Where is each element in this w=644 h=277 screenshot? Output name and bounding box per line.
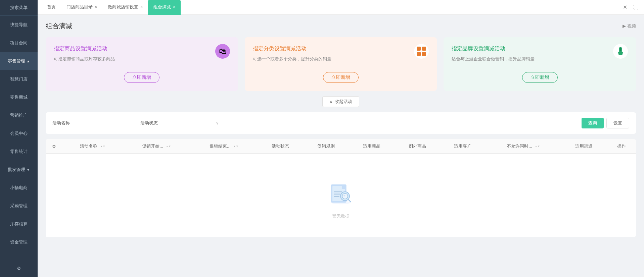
sidebar-item-quick-nav[interactable]: 快捷导航 <box>0 16 38 34</box>
th-applicable-customer: 适用客户 <box>440 139 486 154</box>
svg-point-15 <box>343 195 345 197</box>
main-area: 首页 门店商品目录 × 微商城店铺设置 × 组合满减 × ✕ ⛶ 组合满减 ▶ … <box>38 0 644 277</box>
svg-rect-1 <box>422 47 426 51</box>
brand-card-icon <box>613 44 628 59</box>
category-card-desc: 可选一个或者多个分类，提升分类的销量 <box>253 56 429 67</box>
product-card-desc: 可指定滞销商品或库存较多商品 <box>54 56 230 67</box>
sort-icons-concurrent[interactable]: ▲▼ <box>535 145 540 148</box>
chevron-up-icon: ▲ <box>27 59 30 63</box>
sidebar-item-inventory[interactable]: 库存核算 <box>0 215 38 233</box>
svg-rect-11 <box>334 196 339 197</box>
brand-card-add-btn[interactable]: 立即新增 <box>522 72 558 83</box>
close-window-btn[interactable]: ✕ <box>622 3 629 12</box>
th-exception-goods: 例外商品 <box>395 139 440 154</box>
collapse-activity-btn[interactable]: ∧ 收起活动 <box>322 96 359 107</box>
search-buttons: 查询 设置 <box>582 118 629 128</box>
empty-state-cell: 暂无数据 <box>46 154 636 237</box>
sidebar-settings-btn[interactable]: ⚙ <box>0 260 38 277</box>
table-header: ⚙ 活动名称 ▲▼ 促销开始... ▲▼ 促销结束... ▲▼ <box>46 139 636 154</box>
svg-rect-3 <box>422 52 426 56</box>
th-applicable-channel: 适用渠道 <box>561 139 607 154</box>
close-icon-ministore-settings[interactable]: × <box>140 5 143 9</box>
play-icon: ▶ <box>623 23 626 29</box>
th-operation: 操作 <box>607 139 636 154</box>
sidebar-item-wholesale-mgmt[interactable]: 批发管理 ▼ <box>0 161 38 179</box>
svg-rect-8 <box>342 186 345 188</box>
sidebar-item-marketing[interactable]: 营销推广 <box>0 106 38 124</box>
svg-rect-10 <box>334 194 340 195</box>
svg-rect-2 <box>417 52 421 56</box>
page-title: 组合满减 <box>46 21 73 31</box>
data-table-wrapper: ⚙ 活动名称 ▲▼ 促销开始... ▲▼ 促销结束... ▲▼ <box>46 139 636 237</box>
tab-combo-discount[interactable]: 组合满减 × <box>148 0 181 15</box>
close-icon-store-catalog[interactable]: × <box>95 5 97 9</box>
sidebar-item-xiaochange[interactable]: 小畅电商 <box>0 179 38 197</box>
sidebar: 搜索菜单 快捷导航 项目合同 零售管理 ▲ 智慧门店 零售商城 营销推广 会员中… <box>0 0 38 277</box>
expand-window-btn[interactable]: ⛶ <box>632 3 640 12</box>
th-promo-rule: 促销规则 <box>303 139 349 154</box>
activity-name-label: 活动名称 <box>52 120 70 126</box>
tab-store-catalog[interactable]: 门店商品目录 × <box>61 0 102 15</box>
th-status: 活动状态 <box>258 139 303 154</box>
th-promo-start: 促销开始... ▲▼ <box>123 139 190 154</box>
shopping-bag-icon: 🛍 <box>219 47 226 56</box>
sort-icons-start[interactable]: ▲▼ <box>166 145 171 148</box>
svg-rect-0 <box>417 47 421 51</box>
svg-rect-9 <box>334 191 342 192</box>
tab-bar-controls: ✕ ⛶ <box>622 3 640 12</box>
empty-text: 暂无数据 <box>332 213 350 219</box>
brand-activity-card: 指定品牌设置满减活动 适合与上游企业联合做营销，提升品牌销量 立即新增 <box>444 37 636 91</box>
settings-button[interactable]: 设置 <box>606 118 629 128</box>
table-body: 暂无数据 <box>46 154 636 237</box>
th-activity-name: 活动名称 ▲▼ <box>62 139 123 154</box>
query-button[interactable]: 查询 <box>582 118 604 128</box>
empty-illustration <box>324 178 358 208</box>
settings-icon[interactable]: ⚙ <box>52 144 56 149</box>
product-activity-card: 指定商品设置满减活动 🛍 可指定滞销商品或库存较多商品 立即新增 <box>46 37 238 91</box>
brand-card-title: 指定品牌设置满减活动 <box>452 45 628 52</box>
collapse-bar: ∧ 收起活动 <box>46 96 636 107</box>
empty-state: 暂无数据 <box>49 158 633 233</box>
sort-icons-name[interactable]: ▲▼ <box>100 145 105 148</box>
sidebar-item-project-contract[interactable]: 项目合同 <box>0 34 38 52</box>
sidebar-item-retail-mall[interactable]: 零售商城 <box>0 88 38 106</box>
video-link[interactable]: ▶ 视频 <box>623 23 636 29</box>
activity-name-input[interactable] <box>73 119 134 127</box>
category-activity-card: 指定分类设置满减活动 可选一个或者多个分类，提升分类的销量 立即新增 <box>245 37 437 91</box>
tab-ministore-settings[interactable]: 微商城店铺设置 × <box>102 0 148 15</box>
collapse-icon: ∧ <box>329 99 333 104</box>
activity-status-wrapper: ∨ <box>161 119 222 127</box>
sidebar-item-finance[interactable]: 资金管理 <box>0 233 38 251</box>
sort-icons-end[interactable]: ▲▼ <box>233 145 238 148</box>
th-settings: ⚙ <box>46 139 62 154</box>
page-header: 组合满减 ▶ 视频 <box>46 21 636 31</box>
activity-status-select[interactable] <box>161 119 222 127</box>
activity-name-field: 活动名称 <box>52 119 134 127</box>
gear-icon: ⚙ <box>17 266 21 271</box>
product-card-title: 指定商品设置满减活动 <box>54 45 230 52</box>
activity-cards: 指定商品设置满减活动 🛍 可指定滞销商品或库存较多商品 立即新增 指定分类设置满… <box>46 37 636 91</box>
product-card-icon: 🛍 <box>215 44 230 59</box>
th-applicable-goods: 适用商品 <box>349 139 395 154</box>
sidebar-item-retail-stats[interactable]: 零售统计 <box>0 143 38 161</box>
tab-home[interactable]: 首页 <box>42 0 61 15</box>
close-icon-combo-discount[interactable]: × <box>173 5 175 9</box>
sidebar-item-member-center[interactable]: 会员中心 <box>0 124 38 143</box>
th-no-concurrent: 不允许同时... ▲▼ <box>486 139 561 154</box>
data-table: ⚙ 活动名称 ▲▼ 促销开始... ▲▼ 促销结束... ▲▼ <box>46 139 636 237</box>
activity-status-field: 活动状态 ∨ <box>140 119 222 127</box>
sidebar-item-search-menu[interactable]: 搜索菜单 <box>0 0 38 16</box>
th-promo-end: 促销结束... ▲▼ <box>190 139 258 154</box>
category-card-title: 指定分类设置满减活动 <box>253 45 429 52</box>
category-card-add-btn[interactable]: 立即新增 <box>323 72 359 83</box>
chevron-down-icon: ▼ <box>27 168 30 172</box>
svg-line-14 <box>348 199 351 202</box>
sidebar-item-retail-mgmt[interactable]: 零售管理 ▲ <box>0 52 38 70</box>
activity-status-label: 活动状态 <box>140 120 158 126</box>
brand-card-desc: 适合与上游企业联合做营销，提升品牌销量 <box>452 56 628 67</box>
sidebar-item-smart-store[interactable]: 智慧门店 <box>0 70 38 88</box>
product-card-add-btn[interactable]: 立即新增 <box>124 72 159 83</box>
tab-bar: 首页 门店商品目录 × 微商城店铺设置 × 组合满减 × ✕ ⛶ <box>38 0 644 15</box>
content-area: 组合满减 ▶ 视频 指定商品设置满减活动 🛍 可指定滞销商品或库存较多商品 立即… <box>38 15 644 277</box>
sidebar-item-purchase-mgmt[interactable]: 采购管理 <box>0 197 38 215</box>
